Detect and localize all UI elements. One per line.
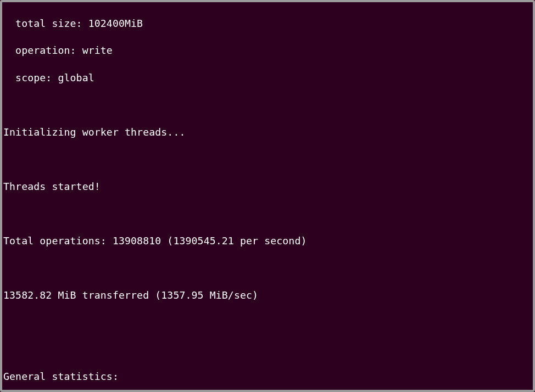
terminal-output[interactable]: total size: 102400MiB operation: write s… — [2, 2, 533, 392]
output-line: total size: 102400MiB — [3, 17, 532, 31]
output-line: scope: global — [3, 71, 532, 85]
blank-line — [3, 207, 532, 221]
blank-line — [3, 261, 532, 275]
output-line: Initializing worker threads... — [3, 126, 532, 139]
section-title: General statistics: — [3, 370, 532, 384]
blank-line — [3, 316, 532, 329]
blank-line — [3, 343, 532, 357]
output-line: Total operations: 13908810 (1390545.21 p… — [3, 234, 532, 248]
blank-line — [3, 153, 532, 166]
output-line: Threads started! — [3, 180, 532, 194]
blank-line — [3, 98, 532, 112]
output-line: 13582.82 MiB transferred (1357.95 MiB/se… — [3, 289, 532, 303]
output-line: operation: write — [3, 44, 532, 58]
